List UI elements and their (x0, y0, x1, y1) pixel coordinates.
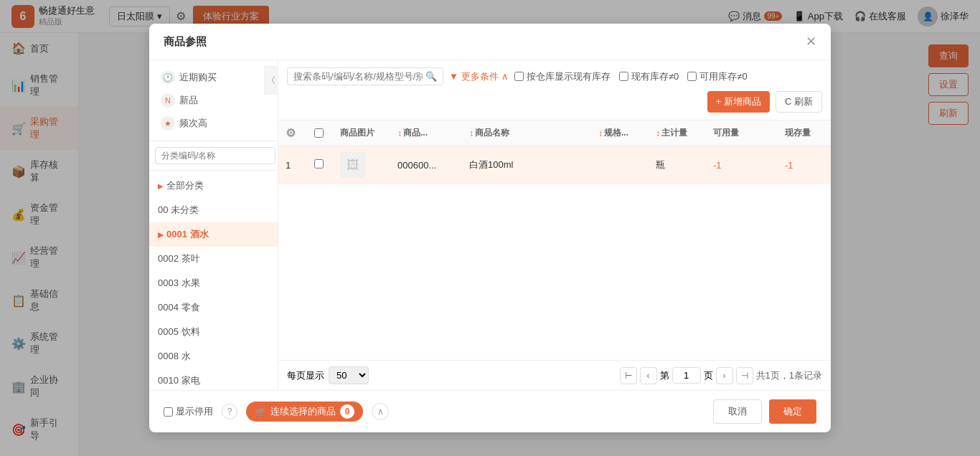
checkbox-available-label: 现有库存≠0 (631, 70, 679, 83)
th-index: ⚙ (281, 120, 310, 146)
category-0010[interactable]: 0010 家电 (149, 369, 278, 390)
category-collapse-button[interactable]: 《 (264, 66, 278, 95)
td-name: 白酒100ml (465, 153, 594, 177)
footer-right: 取消 确定 (713, 399, 816, 424)
category-0001[interactable]: ▶ 0001 酒水 (149, 222, 278, 247)
checkbox-usable[interactable]: 可用库存≠0 (687, 70, 747, 83)
category-0005[interactable]: 0005 饮料 (149, 320, 278, 344)
cat-label-0004: 0004 零食 (158, 301, 200, 314)
last-page-button[interactable]: ⊣ (736, 367, 753, 384)
modal: 商品参照 ✕ 🕐 近期购买 N 新品 ★ (149, 24, 831, 432)
th-stock-label: 现存量 (785, 127, 811, 139)
page-number-input[interactable] (672, 367, 701, 384)
pagination-left: 每页显示 50 100 200 (287, 366, 369, 384)
checkbox-available-input[interactable] (619, 72, 628, 81)
table-row[interactable]: 1 🖼 000600... 白酒100ml (278, 146, 831, 184)
toolbar-right: + 新增商品 C 刷新 (707, 91, 822, 113)
category-0002[interactable]: 0002 茶叶 (149, 247, 278, 271)
page-unit: 页 (704, 369, 713, 382)
footer-collapse-button[interactable]: ∧ (372, 403, 389, 420)
category-search-input[interactable] (155, 147, 275, 164)
page-word: 第 (660, 369, 669, 382)
cat-label-0001: 0001 酒水 (166, 228, 209, 241)
cat-label-all: 全部分类 (166, 179, 204, 192)
th-unit[interactable]: ↕ 主计量 (651, 120, 709, 146)
cat-arrow-0001: ▶ (158, 231, 164, 239)
page-size-label: 每页显示 (287, 369, 324, 382)
add-product-button[interactable]: + 新增商品 (707, 91, 770, 113)
th-unit-label: 主计量 (661, 127, 687, 139)
table-header: ⚙ 商品图片 ↕ 商品... ↕ (278, 120, 831, 146)
disabled-checkbox[interactable] (164, 407, 173, 417)
quick-item-frequent-label: 频次高 (179, 117, 207, 130)
quick-item-frequent[interactable]: ★ 频次高 (155, 112, 272, 135)
product-search-input[interactable] (293, 71, 423, 82)
td-image: 🖼 (336, 146, 393, 184)
pagination-right: ⊢ ‹ 第 页 › ⊣ 共1页，1条记录 (620, 367, 822, 384)
td-index: 1 (281, 154, 310, 176)
confirm-button[interactable]: 确定 (769, 399, 816, 424)
filter-icon: ▼ (449, 71, 458, 82)
th-name[interactable]: ↕ 商品名称 (465, 120, 594, 146)
category-all[interactable]: ▶ 全部分类 (149, 174, 278, 198)
th-name-label: 商品名称 (475, 127, 509, 139)
th-check (310, 120, 336, 146)
settings-gear-icon[interactable]: ⚙ (286, 126, 296, 140)
modal-header: 商品参照 ✕ (149, 24, 831, 60)
cart-label: 连续选择的商品 (270, 405, 336, 418)
modal-close-button[interactable]: ✕ (806, 34, 816, 49)
checkbox-warehouse[interactable]: 按仓库显示现有库存 (514, 70, 611, 83)
help-button[interactable]: ? (222, 404, 237, 419)
footer-cart[interactable]: 🛒 连续选择的商品 0 (246, 402, 363, 422)
filter-up-icon: ∧ (501, 71, 509, 82)
checkbox-group: 按仓库显示现有库存 现有库存≠0 可用库存≠0 (514, 70, 748, 83)
image-placeholder: 🖼 (347, 158, 359, 173)
th-available-label: 可用量 (713, 127, 739, 139)
cat-label-0003: 0003 水果 (158, 277, 200, 290)
checkbox-usable-input[interactable] (687, 72, 697, 81)
cart-icon: 🛒 (255, 407, 266, 417)
checkbox-usable-label: 可用库存≠0 (699, 70, 747, 83)
prev-page-button[interactable]: ‹ (640, 367, 657, 384)
modal-overlay: 商品参照 ✕ 🕐 近期购买 N 新品 ★ (0, 0, 980, 456)
category-00[interactable]: 00 未分类 (149, 198, 278, 222)
page-size-select[interactable]: 50 100 200 (329, 366, 369, 384)
product-thumbnail: 🖼 (340, 152, 366, 178)
sort-icon-spec: ↕ (598, 128, 603, 138)
cancel-button[interactable]: 取消 (713, 399, 762, 424)
modal-footer: 显示停用 ? 🛒 连续选择的商品 0 ∧ 取消 确定 (149, 390, 831, 432)
total-info: 共1页，1条记录 (756, 369, 822, 382)
quick-item-recent[interactable]: 🕐 近期购买 (155, 66, 272, 89)
td-stock: -1 (781, 154, 831, 176)
pagination: 每页显示 50 100 200 ⊢ ‹ 第 页 › (278, 360, 831, 390)
th-image: 商品图片 (336, 120, 393, 146)
frequent-icon: ★ (161, 116, 175, 130)
row-checkbox[interactable] (314, 159, 324, 168)
td-available: -1 (709, 154, 781, 176)
th-spec[interactable]: ↕ 规格... (594, 120, 651, 146)
td-code: 000600... (393, 154, 465, 176)
category-0008[interactable]: 0008 水 (149, 344, 278, 369)
footer-checkbox-disabled[interactable]: 显示停用 (164, 405, 213, 418)
th-code[interactable]: ↕ 商品... (393, 120, 465, 146)
product-toolbar: 🔍 ▼ 更多条件 ∧ 按仓库显示现有库存 现 (278, 60, 831, 120)
disabled-label: 显示停用 (176, 405, 213, 418)
quick-item-new[interactable]: N 新品 (155, 89, 272, 112)
category-0003[interactable]: 0003 水果 (149, 271, 278, 295)
th-image-label: 商品图片 (340, 127, 374, 139)
search-icon[interactable]: 🔍 (425, 71, 437, 82)
cat-label-0008: 0008 水 (158, 350, 191, 363)
select-all-checkbox[interactable] (314, 128, 324, 138)
td-check (310, 153, 336, 176)
category-0004[interactable]: 0004 零食 (149, 295, 278, 320)
filter-button[interactable]: ▼ 更多条件 ∧ (449, 70, 509, 83)
first-page-button[interactable]: ⊢ (620, 367, 637, 384)
td-unit: 瓶 (651, 153, 709, 177)
checkbox-warehouse-input[interactable] (514, 72, 524, 81)
refresh-product-button[interactable]: C 刷新 (776, 91, 822, 113)
checkbox-available[interactable]: 现有库存≠0 (619, 70, 679, 83)
next-page-button[interactable]: › (716, 367, 733, 384)
th-stock: 现存量 (781, 120, 831, 146)
category-list: ▶ 全部分类 00 未分类 ▶ 0001 酒水 0002 茶叶 0003 水果 (149, 171, 278, 390)
cat-label-0010: 0010 家电 (158, 374, 200, 387)
